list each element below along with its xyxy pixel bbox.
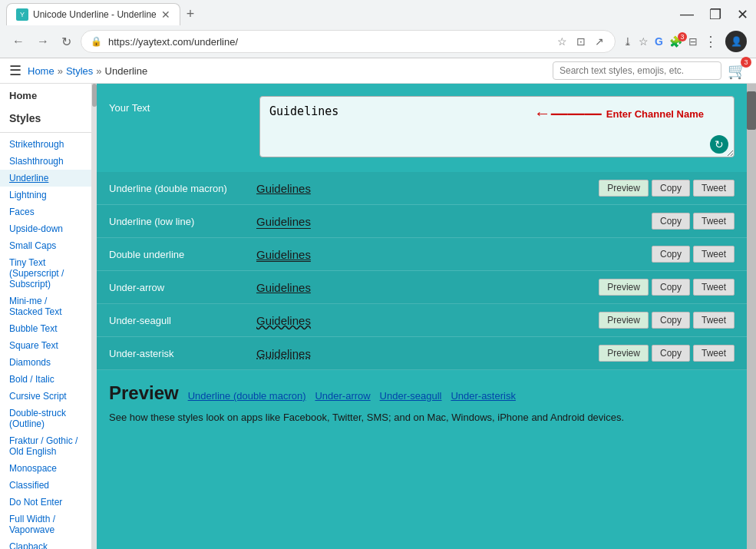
sidebar-item-small-caps[interactable]: Small Caps [0, 237, 91, 254]
content-scrollbar-thumb[interactable] [747, 91, 756, 130]
breadcrumb-sep-2: » [96, 65, 101, 77]
style-row-low-line: Underline (low line) Guidelines Copy Twe… [97, 205, 747, 238]
sidebar-styles-title: Styles [0, 107, 91, 129]
copy-button-low-line[interactable]: Copy [652, 213, 690, 230]
sidebar-item-square-text[interactable]: Square Text [0, 337, 91, 354]
address-bar[interactable]: 🔒 https://yaytext.com/underline/ ☆ ⊡ ↗ [81, 30, 616, 53]
sidebar-icon[interactable]: ⊟ [687, 34, 699, 49]
breadcrumb: Home » Styles » Underline [28, 65, 147, 77]
sidebar-scrollbar-thumb[interactable] [92, 84, 97, 107]
sidebar-item-home[interactable]: Home [0, 84, 91, 107]
your-text-section: Your Text Guidelines ←——— Enter Channel … [97, 84, 747, 172]
cart-badge: 3 [741, 57, 751, 68]
tweet-button-double-underline[interactable]: Tweet [693, 246, 735, 263]
copy-button-double-underline[interactable]: Copy [652, 246, 690, 263]
style-label-under-seagull: Under-seagull [109, 315, 247, 326]
sidebar-item-slashthrough[interactable]: Slashthrough [0, 153, 91, 170]
window-restore-button[interactable]: ❐ [702, 5, 729, 25]
preview-description: See how these styles look on apps like F… [109, 410, 735, 425]
your-text-label: Your Text [109, 96, 247, 114]
tweet-button-under-arrow[interactable]: Tweet [693, 279, 735, 296]
sidebar-item-upside-down[interactable]: Upside-down [0, 220, 91, 237]
tweet-button-low-line[interactable]: Tweet [693, 213, 735, 230]
back-button[interactable]: ← [9, 31, 28, 51]
style-actions-under-asterisk: Preview Copy Tweet [599, 345, 735, 362]
sidebar-item-clapback[interactable]: Clapback [0, 538, 91, 549]
style-row-double-underline: Double underline Guidelines Copy Tweet [97, 238, 747, 271]
style-actions-double-macron: Preview Copy Tweet [599, 180, 735, 197]
extensions-area: ⤓ ☆ G 🧩 3 ⊟ ⋮ [622, 31, 719, 51]
breadcrumb-sep-1: » [58, 65, 63, 77]
copy-button-under-arrow[interactable]: Copy [652, 279, 690, 296]
sidebar-item-underline[interactable]: Underline [0, 170, 91, 187]
extension-badge: 3 [678, 32, 687, 41]
sidebar: Home Styles Strikethrough Slashthrough U… [0, 84, 92, 549]
copy-button-under-asterisk[interactable]: Copy [652, 345, 690, 362]
preview-button-under-asterisk[interactable]: Preview [599, 345, 649, 362]
breadcrumb-current: Underline [105, 65, 148, 77]
google-translate-icon[interactable]: G [653, 34, 665, 49]
sidebar-item-mini-me[interactable]: Mini-me / Stacked Text [0, 293, 91, 320]
preview-button-double-macron[interactable]: Preview [599, 180, 649, 197]
sidebar-item-diamonds[interactable]: Diamonds [0, 354, 91, 371]
preview-button-under-arrow[interactable]: Preview [599, 279, 649, 296]
forward-button[interactable]: → [34, 31, 52, 51]
sidebar-item-cursive[interactable]: Cursive Script [0, 388, 91, 405]
arrow-icon: ←——— [534, 104, 602, 124]
bookmark-star-icon[interactable]: ☆ [556, 34, 569, 49]
hamburger-menu-icon[interactable]: ☰ [9, 62, 21, 79]
browser-tab[interactable]: Y Unicode Underline - Underline ✕ [6, 3, 180, 25]
sidebar-item-strikethrough[interactable]: Strikethrough [0, 136, 91, 153]
sidebar-item-bubble-text[interactable]: Bubble Text [0, 320, 91, 337]
tweet-button-under-asterisk[interactable]: Tweet [693, 345, 735, 362]
tab-title: Unicode Underline - Underline [33, 9, 157, 20]
sidebar-item-full-width[interactable]: Full Width / Vaporwave [0, 511, 91, 538]
sidebar-item-monospace[interactable]: Monospace [0, 460, 91, 477]
copy-button-double-macron[interactable]: Copy [652, 180, 690, 197]
sidebar-item-bold-italic[interactable]: Bold / Italic [0, 371, 91, 388]
content-scrollbar[interactable] [747, 84, 756, 549]
style-row-under-arrow: Under-arrow Guidelines Preview Copy Twee… [97, 271, 747, 304]
enter-channel-note: ←——— Enter Channel Name [534, 104, 704, 124]
tweet-button-under-seagull[interactable]: Tweet [693, 312, 735, 329]
style-preview-double-macron: Guidelines [256, 182, 589, 195]
window-minimize-button[interactable]: — [672, 5, 702, 25]
sidebar-item-lightning[interactable]: Lightning [0, 187, 91, 203]
share-icon[interactable]: ↗ [593, 34, 606, 49]
tab-close-button[interactable]: ✕ [161, 8, 170, 21]
preview-links: Underline (double macron) Under-arrow Un… [188, 389, 522, 402]
window-close-button[interactable]: ✕ [729, 5, 756, 25]
refresh-icon[interactable]: ↻ [710, 135, 728, 154]
breadcrumb-styles[interactable]: Styles [66, 65, 93, 77]
text-input-wrapper: Guidelines ←——— Enter Channel Name ↻ [259, 96, 735, 160]
preview-link-under-seagull[interactable]: Under-seagull [380, 390, 442, 402]
style-actions-low-line: Copy Tweet [652, 213, 735, 230]
breadcrumb-home[interactable]: Home [28, 65, 54, 77]
preview-title: Preview [109, 382, 179, 403]
star-icon[interactable]: ☆ [637, 34, 650, 49]
tweet-button-double-macron[interactable]: Tweet [693, 180, 735, 197]
style-actions-under-arrow: Preview Copy Tweet [599, 279, 735, 296]
sidebar-item-do-not-enter[interactable]: Do Not Enter [0, 494, 91, 511]
style-preview-under-seagull: Guidelines [256, 314, 589, 327]
style-row-under-asterisk: Under-asterisk Guidelines Preview Copy T… [97, 337, 747, 370]
search-input[interactable] [553, 61, 721, 80]
preview-link-under-arrow[interactable]: Under-arrow [315, 390, 370, 402]
sidebar-item-double-struck[interactable]: Double-struck (Outline) [0, 405, 91, 432]
copy-button-under-seagull[interactable]: Copy [652, 312, 690, 329]
sidebar-item-faces[interactable]: Faces [0, 203, 91, 220]
preview-button-under-seagull[interactable]: Preview [599, 312, 649, 329]
preview-link-double-macron[interactable]: Underline (double macron) [188, 390, 306, 402]
browser-menu-icon[interactable]: ⋮ [702, 31, 719, 51]
sidebar-item-classified[interactable]: Classified [0, 477, 91, 494]
downloads-icon[interactable]: ⤓ [622, 34, 634, 49]
lock-icon: 🔒 [91, 36, 102, 47]
reload-button[interactable]: ↻ [58, 31, 74, 52]
site-nav-bar: ☰ Home » Styles » Underline 🛒 3 [0, 58, 756, 84]
sidebar-item-fraktur[interactable]: Fraktur / Gothic / Old English [0, 432, 91, 460]
profile-avatar[interactable]: 👤 [725, 31, 747, 52]
preview-link-under-asterisk[interactable]: Under-asterisk [451, 390, 516, 402]
sidebar-item-tiny-text[interactable]: Tiny Text (Superscript / Subscript) [0, 254, 91, 293]
cast-icon[interactable]: ⊡ [575, 34, 587, 49]
new-tab-button[interactable]: + [180, 3, 201, 25]
